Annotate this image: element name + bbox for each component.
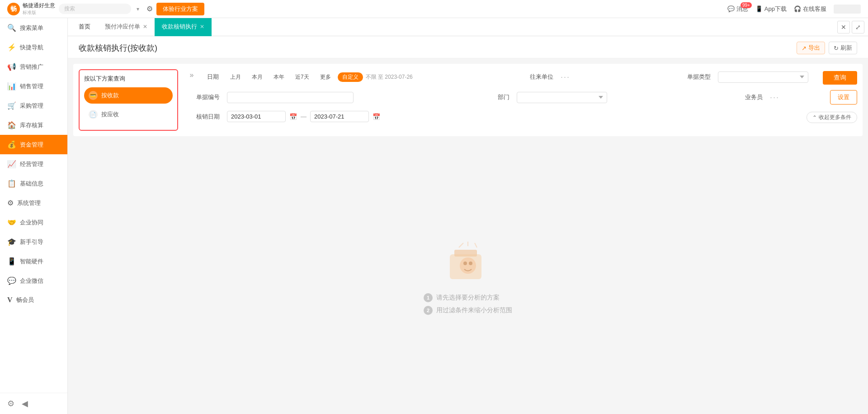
search-bar[interactable]: 搜索: [59, 4, 131, 14]
bill-type-select[interactable]: [718, 71, 808, 83]
export-button[interactable]: ↗ 导出: [797, 42, 825, 54]
collapse-panel-btn[interactable]: »: [187, 71, 196, 79]
user-avatar[interactable]: [834, 5, 861, 14]
sales-icon: 📊: [7, 82, 16, 90]
filter-rows: 日期 上月 本月 本年 近7天 更多 自定义 不限 至 2023-07-26: [196, 69, 857, 123]
empty-hint-2-text: 用过滤条件来缩小分析范围: [436, 306, 512, 314]
sidebar-item-finance[interactable]: 💰 资金管理: [0, 135, 67, 154]
empty-illustration: [441, 241, 495, 286]
topbar-right: 💬 消息 99+ 📱 App下载 🎧 在线客服: [727, 5, 861, 14]
writeoff-start-input[interactable]: [227, 111, 286, 122]
gear-icon[interactable]: ⚙: [146, 5, 153, 13]
sidebar-label-marketing: 营销推广: [20, 63, 43, 71]
topbar-logo: 畅 畅捷通好生意 标准版: [7, 2, 55, 16]
sidebar-bottom: ⚙ ◀: [0, 393, 67, 414]
counterparty-label: 往来单位: [530, 73, 553, 81]
tabbar: 首页 预付冲应付单 ✕ 收款核销执行 ✕ ✕ ⤢: [68, 18, 868, 36]
tab-home[interactable]: 首页: [71, 18, 98, 36]
tab-writeoff-close-icon[interactable]: ✕: [200, 24, 204, 30]
page-title: 收款核销执行(按收款): [79, 43, 157, 53]
date-last-month-btn[interactable]: 上月: [226, 72, 245, 82]
tab-prepay[interactable]: 预付冲应付单 ✕: [98, 18, 155, 36]
receivable-option-icon: 📄: [89, 110, 98, 119]
refresh-button[interactable]: ↻ 刷新: [829, 42, 857, 54]
tab-expand-btn[interactable]: ⤢: [852, 21, 864, 33]
filter-option-by-receivable[interactable]: 📄 按应收: [84, 106, 173, 123]
sidebar-item-quick-nav[interactable]: ⚡ 快捷导航: [0, 38, 67, 57]
hardware-icon: 📱: [7, 257, 16, 266]
receipt-option-icon: 💳: [89, 91, 98, 100]
app-download-label: App下载: [764, 5, 787, 13]
operations-icon: 📈: [7, 160, 16, 168]
bill-number-input[interactable]: [227, 92, 354, 103]
staff-label: 业务员: [740, 93, 763, 101]
query-button[interactable]: 查询: [823, 71, 857, 85]
sidebar-label-enterprise: 企业协同: [20, 219, 43, 227]
sidebar-item-system[interactable]: ⚙ 系统管理: [0, 193, 67, 213]
purchase-icon: 🛒: [7, 101, 16, 110]
message-icon: 💬: [727, 5, 735, 12]
date-more-btn[interactable]: 更多: [316, 72, 335, 82]
sidebar-item-hardware[interactable]: 📱 智能硬件: [0, 252, 67, 271]
sidebar-item-inventory[interactable]: 🏠 库存核算: [0, 115, 67, 135]
sidebar-item-guide[interactable]: 🎓 新手引导: [0, 232, 67, 252]
sidebar-label-hardware: 智能硬件: [20, 257, 43, 266]
dept-select[interactable]: [517, 92, 607, 103]
date-7days-btn[interactable]: 近7天: [291, 72, 313, 82]
date-this-year-btn[interactable]: 本年: [269, 72, 288, 82]
sidebar-item-sales[interactable]: 📊 销售管理: [0, 76, 67, 96]
sidebar-label-system: 系统管理: [17, 199, 41, 207]
receipt-option-label: 按收款: [101, 91, 119, 100]
date-this-month-btn[interactable]: 本月: [248, 72, 267, 82]
tab-writeoff[interactable]: 收款核销执行 ✕: [155, 18, 212, 36]
empty-state: 1 请先选择要分析的方案 2 用过滤条件来缩小分析范围: [68, 142, 868, 414]
sidebar-item-enterprise[interactable]: 🤝 企业协同: [0, 213, 67, 232]
sidebar-item-purchase[interactable]: 🛒 采购管理: [0, 96, 67, 115]
app-download-btn[interactable]: 📱 App下载: [755, 5, 787, 13]
page-header: 收款核销执行(按收款) ↗ 导出 ↻ 刷新: [68, 36, 868, 58]
online-service-btn[interactable]: 🎧 在线客服: [794, 5, 826, 13]
sidebar-item-search[interactable]: 🔍 搜索菜单: [0, 18, 67, 38]
date-options: 上月 本月 本年 近7天 更多 自定义 不限 至 2023-07-26: [226, 72, 413, 82]
date-custom-btn[interactable]: 自定义: [338, 72, 363, 82]
message-btn[interactable]: 💬 消息 99+: [727, 5, 748, 13]
settings-icon[interactable]: ⚙: [7, 399, 14, 409]
empty-text-container: 1 请先选择要分析的方案 2 用过滤条件来缩小分析范围: [424, 293, 512, 315]
dept-label: 部门: [487, 93, 509, 101]
settings-button[interactable]: 设置: [830, 90, 857, 105]
basic-info-icon: 📋: [7, 179, 16, 188]
collapse-more-button[interactable]: ⌃ 收起更多条件: [807, 112, 857, 123]
svg-point-3: [463, 262, 467, 265]
sidebar-item-vip[interactable]: V 畅会员: [0, 290, 67, 309]
tab-writeoff-label: 收款核销执行: [162, 23, 197, 31]
writeoff-date-label: 核销日期: [196, 113, 220, 121]
tab-close-all-btn[interactable]: ✕: [837, 21, 850, 33]
svg-point-2: [460, 257, 476, 274]
page-content: 收款核销执行(按收款) ↗ 导出 ↻ 刷新 按以下方案查询: [68, 36, 868, 414]
empty-hint-1: 1 请先选择要分析的方案: [424, 293, 512, 302]
tab-prepay-label: 预付冲应付单: [105, 23, 140, 31]
solution-button[interactable]: 体验行业方案: [156, 3, 204, 15]
tab-prepay-close-icon[interactable]: ✕: [143, 24, 147, 30]
filter-row-1: 日期 上月 本月 本年 近7天 更多 自定义 不限 至 2023-07-26: [196, 69, 857, 85]
date-label: 日期: [196, 73, 219, 81]
topbar: 畅 畅捷通好生意 标准版 搜索 ▾ ⚙ 体验行业方案 💬 消息 99+ 📱 Ap…: [0, 0, 868, 18]
sidebar-label-wechat: 企业微信: [20, 277, 43, 285]
sidebar-item-wechat[interactable]: 💬 企业微信: [0, 271, 67, 290]
refresh-label: 刷新: [840, 44, 852, 52]
sidebar-item-basic-info[interactable]: 📋 基础信息: [0, 174, 67, 193]
writeoff-start-cal-icon[interactable]: 📅: [289, 113, 297, 120]
filter-option-by-receipt[interactable]: 💳 按收款: [84, 87, 173, 104]
sidebar-item-marketing[interactable]: 📢 营销推广: [0, 57, 67, 76]
staff-dots[interactable]: ···: [770, 93, 779, 102]
writeoff-end-input[interactable]: [310, 111, 369, 122]
counterparty-dots[interactable]: ···: [561, 72, 570, 82]
sidebar-item-operations[interactable]: 📈 经营管理: [0, 154, 67, 174]
svg-point-4: [469, 262, 472, 265]
svg-line-5: [459, 243, 463, 247]
collapse-icon[interactable]: ◀: [22, 399, 28, 409]
writeoff-end-cal-icon[interactable]: 📅: [373, 113, 380, 120]
inventory-icon: 🏠: [7, 121, 16, 129]
system-icon: ⚙: [7, 199, 14, 207]
date-no-limit-label: 不限 至 2023-07-26: [366, 73, 413, 81]
